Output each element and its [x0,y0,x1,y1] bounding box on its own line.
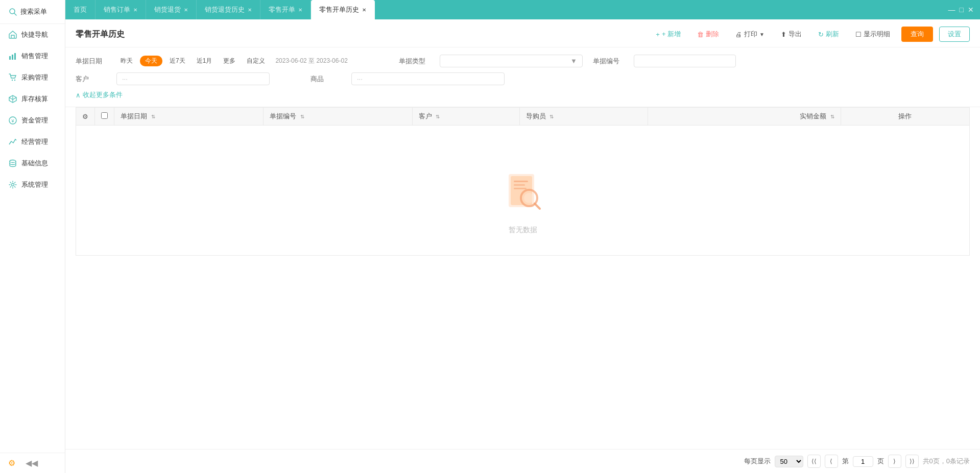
collapse-button[interactable]: ∧ 收起更多条件 [76,90,970,99]
sidebar-item-finance[interactable]: ¥ 资金管理 [0,110,65,131]
empty-text: 暂无数据 [509,226,537,235]
export-icon: ⬆ [781,31,786,38]
bill-no-filter-label: 单据编号 [593,57,624,66]
close-tab-retail-open-icon[interactable]: ✕ [298,7,302,13]
sidebar-item-quick-nav[interactable]: 快捷导航 [0,24,65,45]
col-guide[interactable]: 导购员 ⇅ [519,108,648,126]
collapse-label: 收起更多条件 [83,90,123,99]
page-total: 共0页，0条记录 [923,457,970,466]
date-btn-more[interactable]: 更多 [219,56,240,66]
table-settings-icon[interactable]: ⚙ [82,113,88,120]
close-tab-retail-history-icon[interactable]: ✕ [362,7,366,13]
date-btn-yesterday[interactable]: 昨天 [116,56,137,66]
col-action-label: 操作 [898,112,912,120]
select-all-checkbox[interactable] [101,112,108,119]
date-btn-custom[interactable]: 自定义 [243,56,269,66]
customer-filter-label: 客户 [76,74,106,84]
svg-point-17 [524,193,534,203]
prev-page-button[interactable]: ⟨ [825,455,838,468]
window-controls: — □ ✕ [948,6,980,14]
col-customer[interactable]: 客户 ⇅ [412,108,519,126]
close-tab-sales-return-history-icon[interactable]: ✕ [248,7,252,13]
svg-point-6 [14,80,15,81]
empty-illustration [497,166,548,217]
gear-bottom-icon[interactable]: ⚙ [8,458,15,468]
date-buttons: 昨天 今天 近7天 近1月 更多 自定义 2023-06-02 至 2023-0… [116,56,348,66]
date-range-display: 2023-06-02 至 2023-06-02 [275,57,347,65]
svg-rect-3 [12,55,13,60]
col-amount[interactable]: 实销金额 ⇅ [648,108,841,126]
filter-row-1: 单据日期 昨天 今天 近7天 近1月 更多 自定义 2023-06-02 至 2… [76,55,970,67]
col-guide-label: 导购员 [526,112,546,120]
sidebar-item-ops[interactable]: 经营管理 [0,131,65,153]
first-page-button[interactable]: ⟨⟨ [807,455,821,468]
settings-button[interactable]: 设置 [939,27,970,42]
tab-retail-history-label: 零售开单历史 [319,5,359,14]
sidebar-item-inventory[interactable]: 库存核算 [0,88,65,110]
tab-home-label: 首页 [74,5,87,14]
delete-icon: 🗑 [697,31,704,38]
maximize-icon[interactable]: □ [960,6,964,14]
tab-retail-open[interactable]: 零售开单 ✕ [260,0,311,19]
print-button[interactable]: 🖨 打印 ▼ [730,27,770,41]
sidebar-item-purchase-mgmt[interactable]: 采购管理 [0,67,65,88]
type-filter-select[interactable]: ▼ [440,55,583,67]
refresh-button[interactable]: ↻ 刷新 [813,27,844,41]
col-date[interactable]: 单据日期 ⇅ [114,108,264,126]
checkbox-icon: ☐ [855,31,862,38]
date-btn-1month[interactable]: 近1月 [193,56,217,66]
last-page-button[interactable]: ⟩⟩ [905,455,919,468]
bar-chart-icon [8,52,17,61]
empty-state-row: 暂无数据 [76,126,970,256]
svg-rect-14 [514,184,525,186]
refresh-icon: ↻ [818,31,824,38]
minimize-icon[interactable]: — [948,6,955,14]
sidebar-item-sales-mgmt[interactable]: 销售管理 [0,45,65,67]
export-button[interactable]: ⬆ 导出 [776,27,807,41]
tab-sales-order[interactable]: 销售订单 ✕ [95,0,146,19]
sidebar-search[interactable]: 搜索采单 [0,0,65,24]
next-page-button[interactable]: ⟩ [888,455,901,468]
table-header-row: ⚙ 单据日期 ⇅ 单据编号 ⇅ [76,108,970,126]
query-button[interactable]: 查询 [901,27,933,42]
close-tab-sales-order-icon[interactable]: ✕ [133,7,137,13]
bill-no-filter-input[interactable] [634,55,736,67]
tab-sales-return-history[interactable]: 销货退货历史 ✕ [197,0,260,19]
sidebar-item-label: 采购管理 [21,73,48,82]
close-window-icon[interactable]: ✕ [968,6,974,14]
page-label: 页 [877,457,884,466]
table-settings-th[interactable]: ⚙ [76,108,95,126]
date-btn-today[interactable]: 今天 [140,56,162,66]
collapse-sidebar-icon[interactable]: ◀◀ [26,458,38,468]
sort-bill-no-icon: ⇅ [300,114,304,119]
page-header: 零售开单历史 + + 新增 🗑 删除 🖨 打印 ▼ ⬆ 导出 [65,19,980,47]
table-checkbox-th[interactable] [95,108,114,126]
page-number-input[interactable] [853,456,873,467]
tab-home[interactable]: 首页 [65,0,95,19]
date-filter-label: 单据日期 [76,57,106,66]
close-tab-sales-return-icon[interactable]: ✕ [184,7,188,13]
add-button[interactable]: + + 新增 [651,27,686,41]
tab-sales-return[interactable]: 销货退货 ✕ [146,0,197,19]
sort-date-icon: ⇅ [151,114,155,119]
col-bill-no[interactable]: 单据编号 ⇅ [263,108,412,126]
content-area: 零售开单历史 + + 新增 🗑 删除 🖨 打印 ▼ ⬆ 导出 [65,19,980,473]
sidebar-item-sys-mgmt[interactable]: 系统管理 [0,174,65,195]
goods-filter-select[interactable]: ··· [351,72,505,85]
per-page-select[interactable]: 50 20 100 200 [775,456,803,467]
sidebar-item-label: 系统管理 [21,180,48,189]
add-label: + 新增 [662,30,681,39]
sidebar-item-basic-info[interactable]: 基础信息 [0,153,65,174]
type-filter-label: 单据类型 [399,57,429,66]
svg-rect-13 [514,181,528,182]
col-date-label: 单据日期 [121,112,147,120]
delete-button[interactable]: 🗑 删除 [692,27,724,41]
svg-point-10 [12,184,14,186]
per-page-label: 每页显示 [744,457,771,466]
date-btn-7days[interactable]: 近7天 [165,56,189,66]
sidebar-item-label: 销售管理 [21,52,48,61]
home-icon [8,30,17,39]
tab-retail-history[interactable]: 零售开单历史 ✕ [311,0,375,19]
customer-filter-select[interactable]: ··· [116,72,270,85]
display-detail-button[interactable]: ☐ 显示明细 [850,27,895,41]
